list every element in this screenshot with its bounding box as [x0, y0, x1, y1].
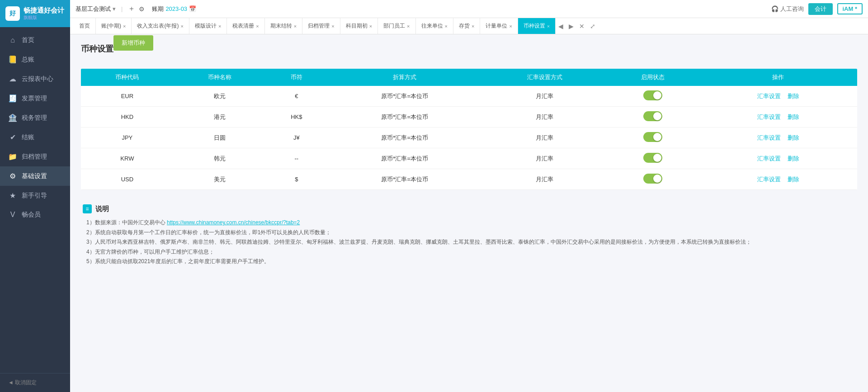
- sidebar-item-tax[interactable]: 🏦税务管理: [0, 108, 70, 128]
- tab-dept[interactable]: 部门员工 ×: [378, 18, 415, 34]
- tab-archive[interactable]: 归档管理 ×: [302, 18, 340, 34]
- sidebar-footer[interactable]: ◄ 取消固定: [0, 373, 70, 392]
- toggle-HKD[interactable]: [643, 111, 662, 121]
- sidebar-item-reports[interactable]: ☁云报表中心: [0, 69, 70, 89]
- tab-inventory[interactable]: 存货 ×: [453, 18, 480, 34]
- tab-label: 期末结转: [270, 22, 292, 30]
- delete-link-HKD[interactable]: 删除: [788, 113, 799, 120]
- cell-enabled[interactable]: [607, 148, 699, 169]
- cell-name: 韩元: [174, 148, 266, 169]
- table-row: EUR 欧元 € 原币*汇率=本位币 月汇率 汇率设置 删除: [81, 86, 857, 107]
- main-area: 基层工会测试 ▾ | ＋ ⚙ 账期 2023-03 📅 🎧 人工咨询 会计 iA…: [70, 0, 868, 392]
- table-head: 币种代码 币种名称 币符 折算方式 汇率设置方式 启用状态 操作: [81, 69, 857, 86]
- tab-subjects[interactable]: 科目期初 ×: [340, 18, 378, 34]
- delete-link-KRW[interactable]: 删除: [788, 155, 799, 162]
- tab-prev-btn[interactable]: ◀: [556, 21, 566, 32]
- new-currency-btn[interactable]: 新增币种: [113, 35, 153, 51]
- tab-close-icon[interactable]: ×: [445, 24, 448, 29]
- settings-icon: ⚙: [8, 172, 17, 180]
- cell-enabled[interactable]: [607, 86, 699, 107]
- help-btn[interactable]: 🎧 人工咨询: [771, 5, 804, 13]
- period-value[interactable]: 2023-03: [165, 5, 187, 12]
- sidebar-item-label: 结账: [22, 133, 34, 142]
- tab-template[interactable]: 模版设计 ×: [189, 18, 227, 34]
- note-link[interactable]: https://www.chinamoney.com.cn/chinese/bk…: [167, 219, 300, 226]
- tab-home[interactable]: 首页: [74, 18, 96, 34]
- cell-rate-type: 月汇率: [482, 148, 607, 169]
- rate-setting-link-JPY[interactable]: 汇率设置: [757, 134, 781, 141]
- archive-icon: 📁: [8, 152, 17, 161]
- cell-code: KRW: [81, 148, 174, 169]
- toggle-KRW[interactable]: [643, 153, 662, 163]
- tab-close-icon[interactable]: ×: [123, 24, 126, 29]
- sidebar-item-ledger[interactable]: 📒总账: [0, 50, 70, 69]
- delete-link-JPY[interactable]: 删除: [788, 134, 799, 141]
- add-company-btn[interactable]: ＋: [128, 4, 135, 14]
- tab-close-icon[interactable]: ×: [509, 24, 512, 29]
- cell-code: JPY: [81, 128, 174, 148]
- tab-label: 币种设置: [524, 22, 545, 30]
- sidebar-item-member[interactable]: V畅会员: [0, 205, 70, 224]
- cell-calc: 原币*汇率=本位币: [327, 148, 482, 169]
- sidebar-item-guide[interactable]: ★新手引导: [0, 186, 70, 205]
- cell-enabled[interactable]: [607, 107, 699, 128]
- tab-close-icon[interactable]: ×: [180, 24, 183, 29]
- table-body: EUR 欧元 € 原币*汇率=本位币 月汇率 汇率设置 删除 HKD 港元 HK…: [81, 86, 857, 190]
- tab-tax[interactable]: 税表清册 ×: [227, 18, 264, 34]
- tab-next-btn[interactable]: ▶: [566, 21, 576, 32]
- tab-income[interactable]: 收入支出表(年报) ×: [132, 18, 189, 34]
- tab-close-icon[interactable]: ×: [294, 24, 297, 29]
- cell-rate-type: 月汇率: [482, 86, 607, 107]
- tab-close-icon[interactable]: ×: [331, 24, 334, 29]
- cell-enabled[interactable]: [607, 128, 699, 148]
- tab-expand-btn[interactable]: ⤢: [587, 21, 598, 32]
- tab-close-icon[interactable]: ×: [407, 24, 410, 29]
- company-name[interactable]: 基层工会测试 ▾: [75, 5, 116, 13]
- rate-setting-link-EUR[interactable]: 汇率设置: [757, 93, 781, 99]
- tab-close-icon[interactable]: ×: [256, 24, 259, 29]
- tab-units[interactable]: 计量单位 ×: [480, 18, 518, 34]
- tab-close-icon[interactable]: ×: [472, 24, 474, 29]
- sidebar-item-archive[interactable]: 📁归档管理: [0, 147, 70, 166]
- page-title: 币种设置: [81, 43, 113, 54]
- dropdown-icon: ▾: [113, 5, 116, 12]
- tab-currency[interactable]: 币种设置 ×: [518, 18, 556, 34]
- settings-gear-icon[interactable]: ⚙: [139, 5, 145, 13]
- cell-enabled[interactable]: [607, 169, 699, 190]
- tab-partners[interactable]: 往来单位 ×: [416, 18, 453, 34]
- note-title: ≡ 说明: [83, 204, 855, 213]
- delete-link-USD[interactable]: 删除: [788, 176, 799, 183]
- rate-setting-link-USD[interactable]: 汇率设置: [757, 176, 781, 183]
- sidebar-item-settings[interactable]: ⚙基础设置: [0, 166, 70, 186]
- delete-link-EUR[interactable]: 删除: [788, 93, 799, 99]
- sidebar-item-invoice[interactable]: 🧾发票管理: [0, 89, 70, 108]
- logo-icon: 好: [5, 6, 20, 21]
- rate-setting-link-KRW[interactable]: 汇率设置: [757, 155, 781, 162]
- tab-close-all-btn[interactable]: ✕: [576, 21, 587, 32]
- toggle-JPY[interactable]: [643, 132, 662, 142]
- guide-icon: ★: [8, 191, 17, 200]
- calendar-icon[interactable]: 📅: [189, 5, 196, 12]
- cell-symbol: J¥: [266, 128, 327, 148]
- sidebar-item-label: 归档管理: [22, 153, 47, 161]
- tab-label: 部门员工: [383, 22, 405, 30]
- sidebar-item-settle[interactable]: ✔结账: [0, 128, 70, 147]
- sidebar: 好 畅捷通好会计 旗舰版 ⌂首页📒总账☁云报表中心🧾发票管理🏦税务管理✔结账📁归…: [0, 0, 70, 392]
- note-item-2: 3）人民币对马来西亚林吉特、俄罗斯卢布、南非兰特、韩元、阿联酋迪拉姆、沙特里亚尔…: [86, 237, 855, 247]
- cell-actions: 汇率设置 删除: [699, 148, 857, 169]
- tax-icon: 🏦: [8, 113, 17, 122]
- toggle-EUR[interactable]: [643, 90, 662, 100]
- rate-setting-link-HKD[interactable]: 汇率设置: [757, 113, 781, 120]
- tab-close-icon[interactable]: ×: [218, 24, 221, 29]
- sidebar-item-label: 云报表中心: [22, 75, 53, 83]
- tab-period-end[interactable]: 期末结转 ×: [265, 18, 302, 34]
- tab-close-icon[interactable]: ×: [547, 24, 550, 29]
- table-row: KRW 韩元 -- 原币*汇率=本位币 月汇率 汇率设置 删除: [81, 148, 857, 169]
- tab-close-icon[interactable]: ×: [369, 24, 372, 29]
- account-btn[interactable]: 会计: [808, 3, 833, 15]
- tab-interim[interactable]: 账(中期) ×: [96, 18, 132, 34]
- sidebar-item-label: 发票管理: [22, 94, 47, 103]
- toggle-USD[interactable]: [643, 174, 662, 184]
- sidebar-item-home[interactable]: ⌂首页: [0, 31, 70, 50]
- iamstar-badge[interactable]: iAM *: [837, 3, 863, 14]
